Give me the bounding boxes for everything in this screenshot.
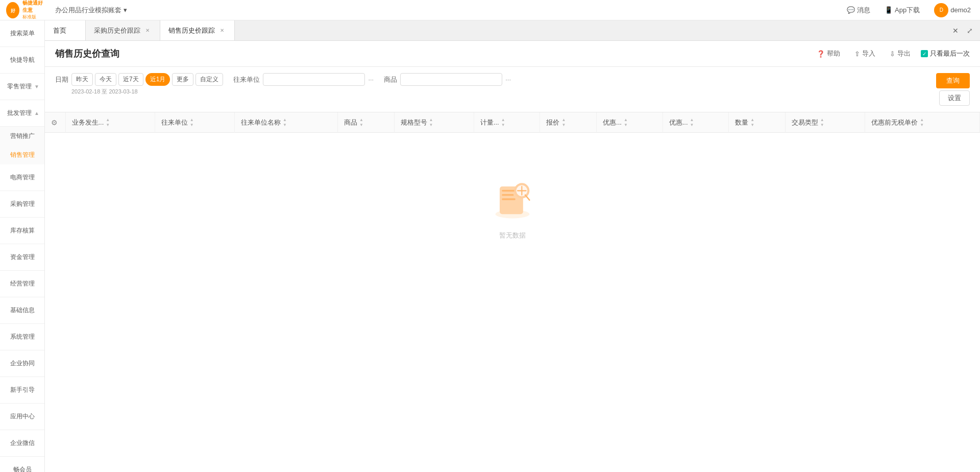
query-button[interactable]: 查询 bbox=[936, 73, 970, 88]
import-button[interactable]: ⇧ 导入 bbox=[850, 47, 879, 60]
import-icon: ⇧ bbox=[854, 50, 860, 58]
purchase-mgmt-label: 采购管理 bbox=[10, 200, 35, 208]
sidebar-item-finance-mgmt[interactable]: 资金管理 bbox=[0, 244, 44, 271]
enterprise-wechat-label: 企业微信 bbox=[10, 439, 35, 447]
th-partner-code[interactable]: 往来单位 ▲▼ bbox=[155, 112, 234, 133]
page-actions: ❓ 帮助 ⇧ 导入 ⇩ 导出 ✓ 只看最后一次 bbox=[813, 47, 970, 60]
tab-close-all-button[interactable]: ✕ bbox=[949, 25, 962, 37]
th-pre-tax-price[interactable]: 优惠前无税单价 ▲▼ bbox=[865, 112, 980, 133]
help-button[interactable]: ❓ 帮助 bbox=[813, 47, 844, 60]
date-btn-1month[interactable]: 近1月 bbox=[145, 73, 170, 86]
tab-home-label: 首页 bbox=[53, 26, 66, 35]
sidebar-item-system-mgmt[interactable]: 系统管理 bbox=[0, 324, 44, 350]
goods-filter-label: 商品 bbox=[384, 73, 397, 84]
sidebar-item-retail-mgmt[interactable]: 零售管理 ▼ bbox=[0, 74, 44, 100]
th-spec[interactable]: 规格型号 ▲▼ bbox=[394, 112, 474, 133]
date-btn-7days[interactable]: 近7天 bbox=[118, 73, 143, 86]
sidebar-item-marketing-promo[interactable]: 营销推广 bbox=[0, 127, 44, 146]
page-header: 销售历史价查询 ❓ 帮助 ⇧ 导入 ⇩ 导出 ✓ bbox=[45, 41, 980, 67]
th-quoted-price-label: 报价 bbox=[546, 118, 559, 127]
workspace-selector[interactable]: 办公用品行业模拟账套 ▾ bbox=[51, 4, 131, 17]
finance-mgmt-label: 资金管理 bbox=[10, 253, 35, 262]
th-partner-name[interactable]: 往来单位名称 ▲▼ bbox=[235, 112, 338, 133]
only-last-label: 只看最后一次 bbox=[930, 49, 970, 58]
date-filter-group: 日期 昨天 今天 近7天 近1月 更多 自定义 2023-02-18 至 202… bbox=[55, 73, 223, 96]
inventory-label: 库存核算 bbox=[10, 227, 35, 235]
sort-arrows-unit: ▲▼ bbox=[501, 117, 505, 127]
tab-purchase-history[interactable]: 采购历史价跟踪 ✕ bbox=[86, 20, 160, 40]
th-quoted-price[interactable]: 报价 ▲▼ bbox=[540, 112, 597, 133]
goods-dots[interactable]: ··· bbox=[505, 76, 511, 83]
th-partner-code-label: 往来单位 bbox=[161, 118, 188, 127]
sidebar-item-operations-mgmt[interactable]: 经营管理 bbox=[0, 271, 44, 297]
sidebar-item-app-center[interactable]: 应用中心 bbox=[0, 404, 44, 430]
user-profile-button[interactable]: D demo2 bbox=[931, 1, 974, 19]
partner-input[interactable] bbox=[263, 73, 365, 86]
date-btn-more[interactable]: 更多 bbox=[172, 73, 193, 86]
sidebar-item-enterprise-coop[interactable]: 企业协同 bbox=[0, 350, 44, 377]
th-biz-date-label: 业务发生... bbox=[72, 118, 104, 127]
app-download-button[interactable]: 📱 App下载 bbox=[881, 4, 923, 17]
sort-arrows-spec: ▲▼ bbox=[429, 117, 433, 127]
export-button[interactable]: ⇩ 导出 bbox=[886, 47, 915, 60]
th-unit[interactable]: 计量... ▲▼ bbox=[474, 112, 540, 133]
th-goods[interactable]: 商品 ▲▼ bbox=[338, 112, 395, 133]
system-mgmt-label: 系统管理 bbox=[10, 333, 35, 341]
app-name: 畅捷通好生意 bbox=[22, 0, 47, 14]
only-last-checkbox[interactable]: ✓ bbox=[921, 50, 928, 57]
svg-rect-5 bbox=[502, 194, 513, 196]
date-btn-custom[interactable]: 自定义 bbox=[195, 73, 223, 86]
sort-arrows-goods: ▲▼ bbox=[359, 117, 363, 127]
th-gear[interactable]: ⚙ bbox=[45, 112, 65, 133]
sidebar-item-quick-nav[interactable]: 快捷导航 bbox=[0, 47, 44, 74]
member-club-label: 畅会员 bbox=[13, 466, 32, 472]
th-trade-type[interactable]: 交易类型 ▲▼ bbox=[785, 112, 865, 133]
message-icon: 💬 bbox=[847, 6, 855, 14]
th-quantity[interactable]: 数量 ▲▼ bbox=[729, 112, 786, 133]
date-buttons: 昨天 今天 近7天 近1月 更多 自定义 bbox=[71, 73, 223, 86]
tab-purchase-history-close[interactable]: ✕ bbox=[143, 27, 152, 35]
sidebar-item-inventory[interactable]: 库存核算 bbox=[0, 218, 44, 244]
sidebar-item-purchase-mgmt[interactable]: 采购管理 bbox=[0, 191, 44, 218]
partner-dots[interactable]: ··· bbox=[368, 76, 374, 83]
tab-home[interactable]: 首页 bbox=[45, 20, 86, 40]
th-discount2[interactable]: 优惠... ▲▼ bbox=[663, 112, 729, 133]
tab-sales-history-close[interactable]: ✕ bbox=[218, 27, 226, 35]
workspace-dropdown-icon: ▾ bbox=[124, 6, 127, 14]
sidebar-item-enterprise-wechat[interactable]: 企业微信 bbox=[0, 430, 44, 457]
help-icon: ❓ bbox=[817, 50, 825, 58]
setting-button[interactable]: 设置 bbox=[939, 90, 970, 106]
date-btn-today[interactable]: 今天 bbox=[95, 73, 116, 86]
date-btn-yesterday[interactable]: 昨天 bbox=[71, 73, 93, 86]
sidebar-item-search-menu[interactable]: 搜索菜单 bbox=[0, 20, 44, 47]
sidebar-item-new-user-guide[interactable]: 新手引导 bbox=[0, 377, 44, 404]
basic-info-label: 基础信息 bbox=[10, 306, 35, 315]
message-label: 消息 bbox=[857, 6, 870, 15]
sidebar-item-sales-mgmt[interactable]: 销售管理 bbox=[0, 146, 44, 164]
tab-sales-history[interactable]: 销售历史价跟踪 ✕ bbox=[160, 20, 235, 40]
app-subtitle: 标准版 bbox=[22, 14, 47, 20]
th-pre-tax-price-label: 优惠前无税单价 bbox=[871, 118, 918, 127]
user-name: demo2 bbox=[950, 6, 971, 14]
only-last-checkbox-label[interactable]: ✓ 只看最后一次 bbox=[921, 49, 970, 58]
top-header: 好 畅捷通好生意 标准版 办公用品行业模拟账套 ▾ 💬 消息 📱 App下载 D… bbox=[0, 0, 980, 20]
sidebar-item-basic-info[interactable]: 基础信息 bbox=[0, 297, 44, 324]
empty-state: 暂无数据 bbox=[45, 133, 980, 281]
app-download-label: App下载 bbox=[895, 6, 920, 15]
message-button[interactable]: 💬 消息 bbox=[844, 4, 873, 17]
goods-input[interactable] bbox=[400, 73, 502, 86]
th-discount1[interactable]: 优惠... ▲▼ bbox=[597, 112, 663, 133]
sidebar-item-ecommerce-mgmt[interactable]: 电商管理 bbox=[0, 164, 44, 191]
sidebar-item-wholesale-mgmt[interactable]: 批发管理 ▲ bbox=[0, 100, 44, 127]
marketing-promo-label: 营销推广 bbox=[10, 132, 35, 140]
wholesale-mgmt-arrow-icon: ▲ bbox=[34, 110, 39, 116]
tab-maximize-button[interactable]: ⤢ bbox=[964, 25, 976, 37]
sort-arrows-biz-date: ▲▼ bbox=[106, 117, 110, 127]
sidebar-item-member-club[interactable]: 畅会员 bbox=[0, 457, 44, 472]
tab-purchase-history-label: 采购历史价跟踪 bbox=[94, 26, 140, 35]
th-biz-date[interactable]: 业务发生... ▲▼ bbox=[65, 112, 155, 133]
empty-state-icon bbox=[487, 174, 538, 225]
top-header-left: 好 畅捷通好生意 标准版 办公用品行业模拟账套 ▾ bbox=[6, 0, 131, 20]
ecommerce-mgmt-label: 电商管理 bbox=[10, 174, 35, 182]
phone-icon: 📱 bbox=[885, 6, 893, 14]
